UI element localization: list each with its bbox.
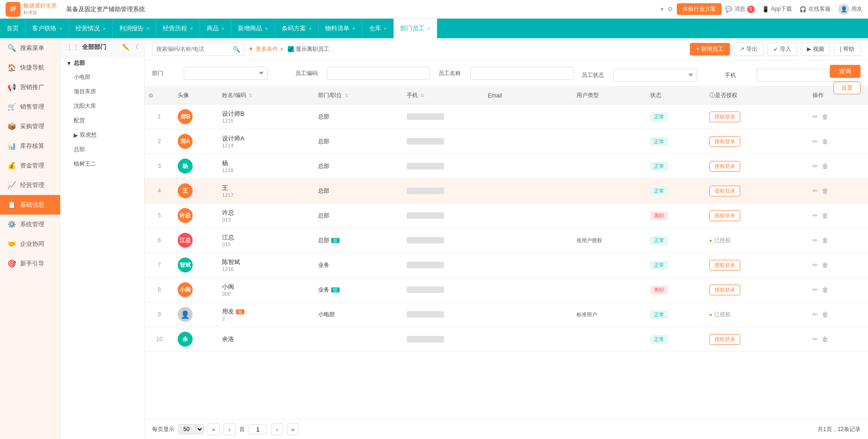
dept-section-head[interactable]: ▼ 总部 — [61, 56, 144, 70]
close-icon[interactable]: × — [103, 26, 105, 31]
sidebar-item-cooperation[interactable]: 🤝 企业协同 — [0, 234, 60, 254]
col-phone[interactable]: 手机 ⇅ — [403, 87, 484, 105]
add-employee-button[interactable]: + 新增员工 — [690, 43, 730, 56]
query-button[interactable]: 查询 — [830, 65, 861, 78]
sidebar-item-operations-mgmt[interactable]: 📈 经营管理 — [0, 175, 60, 195]
sidebar-item-purchase[interactable]: 📦 采购管理 — [0, 117, 60, 136]
tab-dept-employee[interactable]: 部门员工 × — [394, 19, 437, 38]
sidebar-item-sales[interactable]: 🛒 销售管理 — [0, 97, 60, 117]
sidebar-item-quick-nav[interactable]: 🏠 快捷导航 — [0, 58, 60, 77]
dept-item-small-elec[interactable]: 小电部 — [61, 70, 144, 84]
delete-button[interactable]: 🗑 — [822, 113, 828, 120]
close-icon[interactable]: × — [309, 26, 312, 31]
edit-button[interactable]: ✏ — [812, 286, 818, 293]
export-button[interactable]: ↗ 导出 — [734, 42, 764, 56]
auth-login-button[interactable]: 授权登录 — [709, 334, 740, 345]
auth-login-button[interactable]: 授权登录 — [709, 210, 740, 221]
col-dept[interactable]: 部门/职位 ⇅ — [314, 87, 403, 105]
show-resigned-checkbox[interactable] — [288, 46, 294, 52]
emp-name-input[interactable] — [470, 67, 574, 80]
tab-customer[interactable]: 客户联络 × — [26, 19, 69, 38]
auth-login-button[interactable]: 授权登录 — [709, 161, 740, 172]
video-button[interactable]: ▶ 视频 — [801, 42, 830, 56]
app-download-button[interactable]: 📱 App下载 — [762, 5, 792, 13]
delete-button[interactable]: 🗑 — [822, 335, 828, 343]
sidebar-item-search-menu[interactable]: 🔍 搜索菜单 — [0, 38, 60, 58]
edit-button[interactable]: ✏ — [812, 162, 818, 170]
trial-button[interactable]: 体验行业方案 — [677, 3, 722, 15]
show-resigned-label[interactable]: 显示离职员工 — [288, 45, 329, 53]
delete-button[interactable]: 🗑 — [822, 237, 828, 244]
auth-login-button[interactable]: 授权登录 — [709, 186, 740, 196]
dropdown-arrow[interactable]: ▾ — [660, 6, 664, 13]
per-page-select[interactable]: 50 100 200 — [178, 424, 204, 434]
more-filter-button[interactable]: ▼ 更多条件 ∧ — [248, 45, 284, 53]
dept-item-zhishu[interactable]: 植树王二 — [61, 157, 144, 171]
delete-button[interactable]: 🗑 — [822, 212, 828, 219]
edit-button[interactable]: ✏ — [812, 113, 818, 120]
close-icon[interactable]: × — [59, 26, 62, 31]
dept-item-shuanghu[interactable]: ▶ 双虎想 — [61, 128, 144, 142]
col-settings[interactable]: ⚙ — [145, 87, 174, 105]
close-icon[interactable]: × — [265, 26, 268, 31]
first-page-button[interactable]: « — [208, 423, 220, 435]
sidebar-item-inventory[interactable]: 📊 库存核算 — [0, 136, 60, 156]
edit-button[interactable]: ✏ — [812, 261, 818, 269]
tab-warehouse[interactable]: 仓库 × — [362, 19, 394, 38]
close-icon[interactable]: × — [146, 26, 149, 31]
delete-button[interactable]: 🗑 — [822, 311, 828, 318]
close-icon[interactable]: × — [222, 26, 224, 31]
page-input[interactable] — [249, 425, 267, 434]
dept-item-project-warehouse[interactable]: 项目库房 — [61, 84, 144, 99]
close-icon[interactable]: × — [427, 26, 430, 31]
delete-button[interactable]: 🗑 — [822, 138, 828, 145]
col-settings-icon[interactable]: ⚙ — [148, 92, 153, 99]
dept-item-shenyang[interactable]: 沈阳大库 — [61, 99, 144, 113]
tab-operations[interactable]: 经营情况 × — [69, 19, 112, 38]
help-button[interactable]: | 帮助 — [834, 42, 861, 56]
col-name[interactable]: 姓名/编码 ⇅ — [218, 87, 314, 105]
sidebar-item-marketing[interactable]: 📢 营销推广 — [0, 77, 60, 97]
tab-barcode[interactable]: 条码方案 × — [275, 19, 319, 38]
tab-process[interactable]: 经营历程 × — [156, 19, 200, 38]
tab-goods[interactable]: 商品 × — [200, 19, 231, 38]
emp-code-input[interactable] — [327, 67, 430, 80]
auth-login-button[interactable]: 授权登录 — [709, 136, 740, 147]
edit-button[interactable]: ✏ — [812, 138, 818, 145]
edit-button[interactable]: ✏ — [812, 187, 818, 195]
sidebar-item-system[interactable]: ⚙️ 系统管理 — [0, 215, 60, 234]
message-button[interactable]: 💬 消息 5 — [725, 5, 755, 13]
close-icon[interactable]: × — [384, 26, 387, 31]
delete-button[interactable]: 🗑 — [822, 286, 828, 293]
auth-login-button[interactable]: 授权登录 — [709, 111, 740, 122]
tab-home[interactable]: 首页 — [0, 19, 26, 38]
delete-button[interactable]: 🗑 — [822, 162, 828, 170]
collapse-icon[interactable]: 《 — [132, 43, 139, 51]
dept-item-general[interactable]: 总部 — [61, 142, 144, 157]
dept-item-distribution[interactable]: 配货 — [61, 113, 144, 128]
dept-filter-select[interactable] — [184, 67, 268, 80]
prev-page-button[interactable]: ‹ — [223, 423, 236, 435]
gear-icon[interactable]: ⚙ — [667, 6, 673, 13]
edit-dept-icon[interactable]: ✏️ — [122, 44, 130, 51]
close-icon[interactable]: × — [190, 26, 193, 31]
online-service-button[interactable]: 🎧 在线客服 — [799, 5, 831, 13]
tab-bom[interactable]: 物料清单 × — [319, 19, 362, 38]
delete-button[interactable]: 🗑 — [822, 261, 828, 269]
auth-login-button[interactable]: 授权登录 — [709, 285, 740, 295]
set-button[interactable]: 设置 — [833, 82, 861, 94]
delete-button[interactable]: 🗑 — [822, 187, 828, 195]
edit-button[interactable]: ✏ — [812, 237, 818, 244]
auth-login-button[interactable]: 授权登录 — [709, 260, 740, 271]
emp-status-select[interactable] — [613, 69, 697, 82]
user-button[interactable]: 👤 用友 — [838, 4, 862, 15]
next-page-button[interactable]: › — [271, 423, 283, 435]
tab-new-goods[interactable]: 新增商品 × — [231, 19, 275, 38]
edit-button[interactable]: ✏ — [812, 212, 818, 219]
search-input[interactable] — [156, 46, 231, 52]
close-icon[interactable]: × — [352, 26, 355, 31]
last-page-button[interactable]: » — [287, 423, 299, 435]
sidebar-item-finance[interactable]: 💰 资金管理 — [0, 156, 60, 175]
edit-button[interactable]: ✏ — [812, 311, 818, 318]
tab-profit[interactable]: 利润报告 × — [113, 19, 156, 38]
